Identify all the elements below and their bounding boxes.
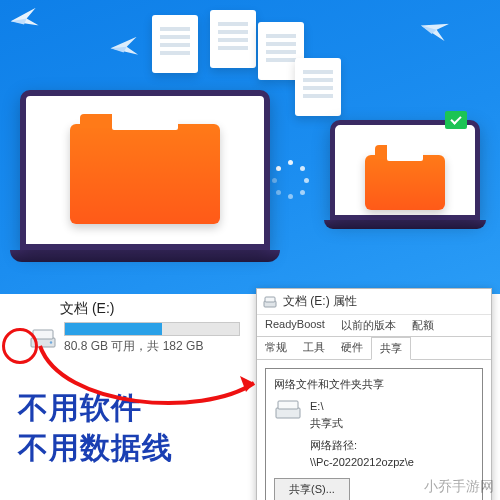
share-button[interactable]: 共享(S)... [274,478,350,500]
tab-tools[interactable]: 工具 [295,337,333,359]
dialog-titlebar: 文档 (E:) 属性 [257,289,491,315]
share-drive-name: E:\ [310,398,414,415]
dialog-title: 文档 (E:) 属性 [283,293,357,310]
share-path-value: \\Pc-20220212ozpz\e [310,454,414,471]
shared-drive-icon [274,398,302,422]
svg-rect-13 [265,297,275,302]
tab-previous-versions[interactable]: 以前的版本 [333,315,404,336]
share-path-label: 网络路径: [310,437,414,454]
document-icon [152,15,198,73]
laptop-target [330,120,480,229]
watermark: 小乔手游网 [424,478,494,496]
tab-general[interactable]: 常规 [257,337,295,359]
tabs-row-1: ReadyBoost 以前的版本 配额 [257,315,491,337]
tabs-row-2: 常规 工具 硬件 共享 [257,337,491,360]
share-heading: 网络文件和文件夹共享 [274,377,474,392]
laptop-source [20,90,270,262]
document-icon [210,10,256,68]
properties-dialog: 文档 (E:) 属性 ReadyBoost 以前的版本 配额 常规 工具 硬件 … [256,288,492,500]
paper-plane-icon [109,37,138,57]
folder-icon [365,155,445,210]
tab-share[interactable]: 共享 [371,337,411,360]
drive-small-icon [263,295,277,309]
tab-quota[interactable]: 配额 [404,315,442,336]
document-icon [295,58,341,116]
folder-icon [70,124,220,224]
storage-bar-fill [65,323,162,335]
storage-bar [64,322,240,336]
drive-label: 文档 (E:) [60,300,240,318]
share-status: 共享式 [310,415,414,432]
checkmark-icon [445,111,467,129]
annotation-arrow [32,338,262,408]
tab-readyboost[interactable]: ReadyBoost [257,315,333,336]
svg-rect-15 [278,401,298,409]
tab-hardware[interactable]: 硬件 [333,337,371,359]
loading-spinner-icon [270,160,310,200]
slogan-line-2: 不用数据线 [18,428,173,469]
annotation-circle [2,328,38,364]
